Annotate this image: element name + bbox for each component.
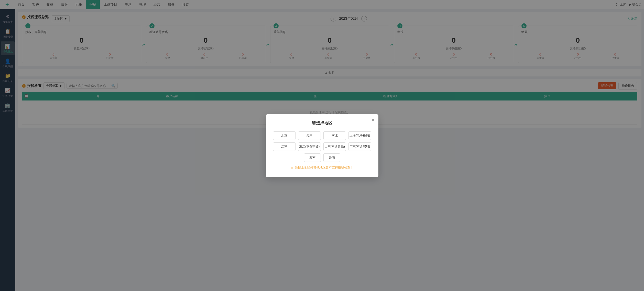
region-shanghai[interactable]: 上海(电子税局) (348, 131, 371, 140)
modal-region-row2: 江苏 浙江(不含宁波) 山东(不含青岛) 广东(不含深圳) (273, 142, 371, 151)
region-hebei[interactable]: 河北 (323, 131, 346, 140)
modal-overlay: ✕ 请选择地区 北京 天津 河北 上海(电子税局) 江苏 浙江(不含宁波) 山东… (0, 0, 644, 291)
modal-warning: ⚠ 除以上地区外其他地区暂不支持报税检查！ (273, 165, 371, 170)
region-jiangsu[interactable]: 江苏 (273, 142, 296, 151)
region-tianjin[interactable]: 天津 (298, 131, 321, 140)
modal-region-row1: 北京 天津 河北 上海(电子税局) (273, 131, 371, 140)
modal-title: 请选择地区 (273, 120, 371, 126)
region-shandong[interactable]: 山东(不含青岛) (323, 142, 346, 151)
region-guangdong[interactable]: 广东(不含深圳) (348, 142, 371, 151)
modal-region-row3: 海南 云南 (273, 153, 371, 162)
region-yunnan[interactable]: 云南 (323, 153, 340, 162)
region-beijing[interactable]: 北京 (273, 131, 296, 140)
region-select-modal: ✕ 请选择地区 北京 天津 河北 上海(电子税局) 江苏 浙江(不含宁波) 山东… (266, 114, 378, 177)
warning-icon: ⚠ (291, 166, 293, 169)
modal-close-button[interactable]: ✕ (371, 117, 375, 123)
region-hainan[interactable]: 海南 (304, 153, 321, 162)
region-zhejiang[interactable]: 浙江(不含宁波) (298, 142, 321, 151)
